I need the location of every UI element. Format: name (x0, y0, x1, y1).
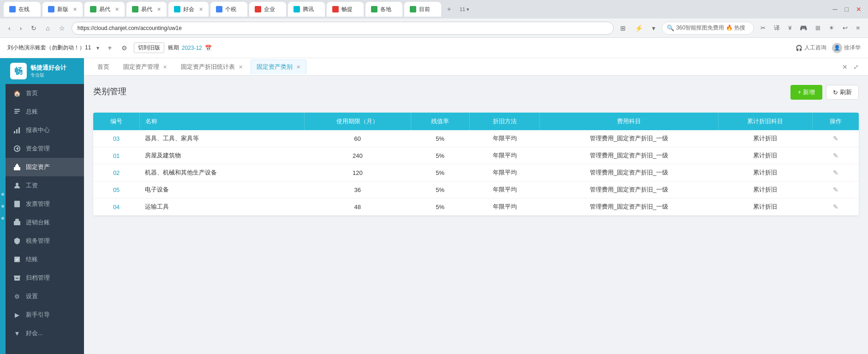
grid-icon[interactable]: ⊞ (813, 23, 823, 33)
cell-period-4: 48 (305, 198, 411, 216)
browser-tab-4[interactable]: 易代 ✕ (126, 2, 167, 17)
logo-text: 畅捷通好会计 专业版 (30, 64, 66, 78)
undo-icon[interactable]: ↩ (840, 23, 850, 33)
col-header-name: 名称 (139, 113, 304, 130)
sidebar-item-more[interactable]: ▼ 好会... (6, 324, 84, 342)
home-icon: 🏠 (13, 89, 21, 97)
content-tab-asset-mgmt[interactable]: 固定资产管理 ✕ (117, 60, 173, 74)
browser-tab-7[interactable]: 企业 (249, 2, 286, 17)
content-tab-category-close[interactable]: ✕ (296, 64, 300, 70)
more-icon[interactable]: ≡ (853, 23, 862, 33)
browser-tab-8[interactable]: 腾讯 (288, 2, 325, 17)
refresh-btn[interactable]: ↻ 刷新 (826, 85, 859, 100)
sidebar-item-tax[interactable]: 税务管理 (6, 232, 84, 250)
add-btn[interactable]: + 新增 (790, 85, 822, 100)
tab-favicon-1 (9, 6, 16, 12)
sidebar-item-home[interactable]: 🏠 首页 (6, 84, 84, 102)
switch-version-btn[interactable]: 切到旧版 (134, 42, 164, 53)
browser-tab-6[interactable]: 个税 (210, 2, 247, 17)
user-profile[interactable]: 👤 徐泽华 (832, 43, 861, 53)
lightning-icon[interactable]: ⚡ (632, 23, 646, 34)
cell-code-3: 05 (93, 181, 139, 198)
dropdown-btn[interactable]: ▾ (649, 23, 658, 34)
cell-name-0: 器具、工具、家具等 (139, 130, 304, 147)
sidebar-item-reports[interactable]: 报表中心 (6, 121, 84, 139)
coin-icon[interactable]: ¥ (785, 23, 794, 33)
cell-name-2: 机器、机械和其他生产设备 (139, 164, 304, 181)
device-icon[interactable]: ⊞ (617, 23, 629, 34)
sidebar-item-payroll[interactable]: 工资 (6, 176, 84, 195)
tab-close-5[interactable]: ✕ (199, 6, 203, 12)
maximize-button[interactable]: □ (842, 4, 851, 15)
address-input[interactable] (72, 22, 614, 35)
sidebar-item-invoice[interactable]: 发票管理 (6, 195, 84, 213)
sidebar-item-settings[interactable]: ⚙ 设置 (6, 287, 84, 306)
content-tab-depreciation-close[interactable]: ✕ (239, 64, 243, 70)
cut-icon[interactable]: ✂ (758, 23, 768, 33)
tab-close-2[interactable]: ✕ (73, 6, 77, 12)
close-button[interactable]: ✕ (853, 4, 864, 15)
tab-maximize-btn[interactable]: ⤢ (851, 62, 861, 72)
period-info: 账期 2023-12 📅 (168, 44, 212, 52)
calendar-icon[interactable]: 📅 (205, 45, 212, 51)
tab-favicon-11 (410, 6, 416, 12)
content-tab-category[interactable]: 固定资产类别 ✕ (251, 60, 306, 74)
sidebar-item-ledger[interactable]: 总账 (6, 102, 84, 121)
forward-button[interactable]: › (17, 23, 25, 34)
edit-btn-3[interactable]: ✎ (833, 186, 838, 193)
user-dropdown-btn[interactable]: ▾ (95, 44, 101, 52)
brightness-icon[interactable]: ☀ (826, 23, 837, 33)
tab-list-button[interactable]: 11 ▾ (457, 5, 472, 14)
cell-residual-3: 5% (411, 181, 469, 198)
address-bar: ‹ › ↻ ⌂ ☆ ⊞ ⚡ ▾ 🔍 360智能抠图免费用 🔥 热搜 ✂ 译 ¥ … (0, 18, 868, 38)
new-tab-button[interactable]: ＋ (443, 3, 455, 15)
sidebar-item-assets[interactable]: 固定资产 (6, 158, 84, 176)
service-btn[interactable]: 🎧 人工咨询 (796, 44, 826, 52)
edit-btn-2[interactable]: ✎ (833, 169, 838, 176)
sidebar-item-inventory[interactable]: 进销台账 (6, 213, 84, 232)
content-tab-asset-mgmt-close[interactable]: ✕ (163, 64, 167, 70)
sidebar-item-archive[interactable]: 归档管理 (6, 269, 84, 287)
browser-tab-5[interactable]: 好会 ✕ (168, 2, 209, 17)
minimize-button[interactable]: ─ (830, 4, 840, 15)
edit-btn-4[interactable]: ✎ (833, 203, 838, 210)
svg-rect-2 (14, 113, 18, 114)
back-button[interactable]: ‹ (6, 23, 13, 34)
sidebar-item-guide[interactable]: ▶ 新手引导 (6, 306, 84, 324)
content-tab-home[interactable]: 首页 (91, 60, 115, 74)
tab-close-3[interactable]: ✕ (115, 6, 119, 12)
game-icon[interactable]: 🎮 (797, 23, 810, 33)
cell-method-0: 年限平均 (469, 130, 540, 147)
bookmark-button[interactable]: ☆ (56, 23, 68, 34)
translate-icon[interactable]: 译 (771, 23, 783, 34)
sidebar-item-checkout[interactable]: 结账 (6, 250, 84, 269)
sidebar-item-home-label: 首页 (26, 89, 38, 97)
tax-icon (13, 237, 21, 245)
cell-expense-2: 管理费用_固定资产折旧_一级 (540, 164, 718, 181)
table-row: 04 运输工具 48 5% 年限平均 管理费用_固定资产折旧_一级 累计折旧 ✎ (93, 198, 859, 216)
tab-favicon-7 (255, 6, 261, 12)
browser-tab-11[interactable]: 目前 (404, 2, 441, 17)
add-account-btn[interactable]: + (105, 42, 114, 54)
refresh-button[interactable]: ↻ (28, 23, 39, 34)
sidebar-item-funds[interactable]: 资金管理 (6, 139, 84, 158)
svg-rect-5 (18, 127, 20, 133)
browser-tab-9[interactable]: 畅提 (327, 2, 364, 17)
browser-tab-10[interactable]: 各地 (365, 2, 402, 17)
app-header-right: 🎧 人工咨询 👤 徐泽华 (796, 43, 861, 53)
browser-tab-1[interactable]: 在线 (4, 2, 41, 17)
browser-tab-3[interactable]: 易代 ✕ (84, 2, 125, 17)
edit-btn-1[interactable]: ✎ (833, 152, 838, 159)
home-button[interactable]: ⌂ (43, 23, 52, 34)
tab-close-window-btn[interactable]: ✕ (840, 62, 850, 72)
username-label: 徐泽华 (844, 44, 861, 52)
cell-residual-0: 5% (411, 130, 469, 147)
cell-residual-2: 5% (411, 164, 469, 181)
edit-btn-0[interactable]: ✎ (833, 135, 838, 142)
header-settings-btn[interactable]: ⚙ (119, 42, 130, 54)
content-tab-depreciation[interactable]: 固定资产折旧统计表 ✕ (175, 60, 249, 74)
tab-favicon-9 (332, 6, 339, 12)
browser-tab-2[interactable]: 新版 ✕ (42, 2, 83, 17)
tab-favicon-5 (174, 6, 180, 12)
tab-close-4[interactable]: ✕ (157, 6, 161, 12)
